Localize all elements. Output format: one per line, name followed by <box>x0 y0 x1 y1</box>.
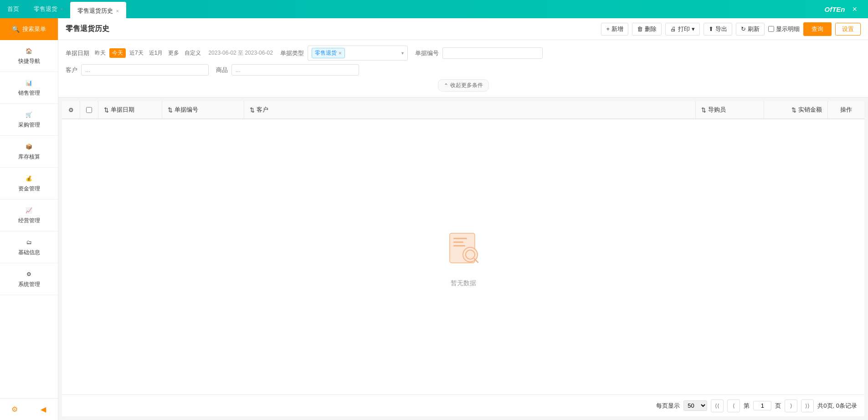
tab-retail-return[interactable]: 零售退货 × <box>26 0 70 18</box>
th-customer[interactable]: ⇅ 客户 <box>244 101 696 118</box>
th-amount[interactable]: ⇅ 实销金额 <box>764 101 828 118</box>
export-button[interactable]: ⬆ 导出 <box>704 23 732 36</box>
column-settings-icon[interactable]: ⚙ <box>68 107 74 113</box>
date-option-1month[interactable]: 近1月 <box>147 48 165 58</box>
prev-page-button[interactable]: ⟨ <box>727 400 740 412</box>
filter-area: 单据日期 昨天 今天 近7天 近1月 更多 自定义 2023-06-02 至 2… <box>58 40 868 97</box>
date-option-7days[interactable]: 近7天 <box>128 48 145 58</box>
sidebar-collapse-button[interactable]: ◀ <box>29 399 58 420</box>
doc-date-label: 单据日期 <box>66 49 89 57</box>
tab-retail-return-history-close[interactable]: × <box>116 8 118 14</box>
tab-home[interactable]: 首页 <box>0 0 26 18</box>
sidebar-item-finance-label: 资金管理 <box>18 185 40 193</box>
filter-row-1: 单据日期 昨天 今天 近7天 近1月 更多 自定义 2023-06-02 至 2… <box>66 46 861 61</box>
th-doc-no-label: 单据编号 <box>175 106 198 114</box>
add-label: 新增 <box>611 25 623 33</box>
system-icon: ⚙ <box>25 270 34 279</box>
per-page-select[interactable]: 10 20 50 100 <box>683 400 707 411</box>
doc-no-label: 单据编号 <box>415 49 439 57</box>
page-label-prefix: 第 <box>744 402 750 410</box>
collapse-button[interactable]: ⌃ 收起更多条件 <box>438 79 489 92</box>
doc-type-tag-remove[interactable]: × <box>339 50 342 56</box>
show-detail-label: 显示明细 <box>776 25 800 33</box>
tab-retail-return-label: 零售退货 <box>34 5 57 13</box>
home-icon: 🏠 <box>25 46 34 56</box>
print-button[interactable]: 🖨 打印 ▾ <box>665 23 700 36</box>
print-icon: 🖨 <box>670 26 676 32</box>
date-option-today[interactable]: 今天 <box>109 48 126 58</box>
query-button[interactable]: 查询 <box>803 22 832 36</box>
top-bar: 首页 零售退货 × 零售退货历史 × OfTEn × <box>0 0 868 18</box>
th-doc-date-label: 单据日期 <box>111 106 134 114</box>
empty-illustration <box>441 226 486 272</box>
print-label: 打印 <box>678 25 690 33</box>
show-detail-checkbox[interactable] <box>768 26 774 32</box>
show-detail-checkbox-label[interactable]: 显示明细 <box>768 25 800 33</box>
doc-type-tag-text: 零售退货 <box>315 49 337 57</box>
doc-type-label: 单据类型 <box>280 49 304 57</box>
collapse-icon: ⌃ <box>444 82 448 89</box>
th-doc-date[interactable]: ⇅ 单据日期 <box>98 101 162 118</box>
refresh-icon: ↻ <box>741 26 746 32</box>
product-label: 商品 <box>216 66 228 74</box>
sidebar-item-operations-label: 经营管理 <box>18 217 40 225</box>
add-button[interactable]: + 新增 <box>601 23 628 36</box>
first-page-button[interactable]: ⟨⟨ <box>711 400 724 412</box>
sidebar-item-operations[interactable]: 📈 经营管理 <box>0 200 58 231</box>
finance-icon: 💰 <box>25 174 34 183</box>
inventory-icon: 📦 <box>25 142 34 151</box>
settings-button[interactable]: 设置 <box>835 23 861 36</box>
sidebar-item-quick-nav[interactable]: 🏠 快捷导航 <box>0 40 58 72</box>
collapse-row: ⌃ 收起更多条件 <box>66 79 861 92</box>
sidebar-item-system[interactable]: ⚙ 系统管理 <box>0 263 58 295</box>
sidebar-item-sales-label: 销售管理 <box>18 89 40 97</box>
th-doc-no[interactable]: ⇅ 单据编号 <box>162 101 244 118</box>
filter-group-doc-date: 单据日期 昨天 今天 近7天 近1月 更多 自定义 2023-06-02 至 2… <box>66 48 273 58</box>
th-doc-no-sort-icon: ⇅ <box>168 107 173 113</box>
th-customer-label: 客户 <box>257 106 268 114</box>
filter-group-doc-no: 单据编号 <box>415 47 543 59</box>
customer-input[interactable]: ... <box>81 64 209 76</box>
page-header: 零售退货历史 + 新增 🗑 删除 🖨 打印 ▾ ⬆ 导出 <box>58 18 868 40</box>
tab-retail-return-history[interactable]: 零售退货历史 × <box>70 2 126 20</box>
date-option-more[interactable]: 更多 <box>166 48 181 58</box>
collapse-label: 收起更多条件 <box>450 82 483 89</box>
sidebar-item-inventory[interactable]: 📦 库存核算 <box>0 136 58 168</box>
sidebar-item-purchase[interactable]: 🛒 采购管理 <box>0 104 58 136</box>
th-guide-label: 导购员 <box>708 106 726 114</box>
tab-list: 首页 零售退货 × 零售退货历史 × OfTEn × <box>0 0 868 18</box>
sidebar-settings-button[interactable]: ⚙ <box>0 399 29 420</box>
date-option-yesterday[interactable]: 昨天 <box>93 48 108 58</box>
tab-retail-return-close[interactable]: × <box>60 6 63 12</box>
table-header: ⚙ ⇅ 单据日期 ⇅ 单据编号 ⇅ 客户 ⇅ <box>62 101 864 119</box>
last-page-button[interactable]: ⟩⟩ <box>801 400 814 412</box>
product-input[interactable]: ... <box>231 64 359 76</box>
refresh-button[interactable]: ↻ 刷新 <box>736 23 765 36</box>
tab-home-label: 首页 <box>7 5 19 13</box>
th-settings[interactable]: ⚙ <box>62 101 80 118</box>
date-options: 昨天 今天 近7天 近1月 更多 自定义 <box>93 48 203 58</box>
add-icon: + <box>606 26 610 32</box>
empty-text: 暂无数据 <box>451 279 476 287</box>
page-number-input[interactable] <box>753 401 771 410</box>
th-guide[interactable]: ⇅ 导购员 <box>696 101 764 118</box>
per-page-label: 每页显示 <box>656 402 680 410</box>
doc-type-select[interactable]: 零售退货 × ▾ <box>308 46 408 61</box>
th-check[interactable] <box>80 101 98 118</box>
sidebar-item-inventory-label: 库存核算 <box>18 153 40 161</box>
date-option-custom[interactable]: 自定义 <box>183 48 203 58</box>
empty-state: 暂无数据 <box>62 119 864 394</box>
sidebar-search[interactable]: 🔍 搜索菜单 <box>0 18 58 40</box>
search-icon: 🔍 <box>12 26 20 33</box>
sidebar-search-label: 搜索菜单 <box>22 25 46 33</box>
next-page-button[interactable]: ⟩ <box>785 400 797 412</box>
window-close-button[interactable]: × <box>848 5 861 14</box>
sidebar-item-basic-info[interactable]: 🗂 基础信息 <box>0 231 58 263</box>
doc-no-input[interactable] <box>442 47 543 59</box>
delete-button[interactable]: 🗑 删除 <box>632 23 662 36</box>
th-doc-date-sort-icon: ⇅ <box>104 107 109 113</box>
sidebar-item-finance[interactable]: 💰 资金管理 <box>0 168 58 200</box>
sidebar-item-quick-nav-label: 快捷导航 <box>18 57 40 65</box>
select-all-checkbox[interactable] <box>86 107 92 113</box>
sidebar-item-sales[interactable]: 📊 销售管理 <box>0 72 58 104</box>
